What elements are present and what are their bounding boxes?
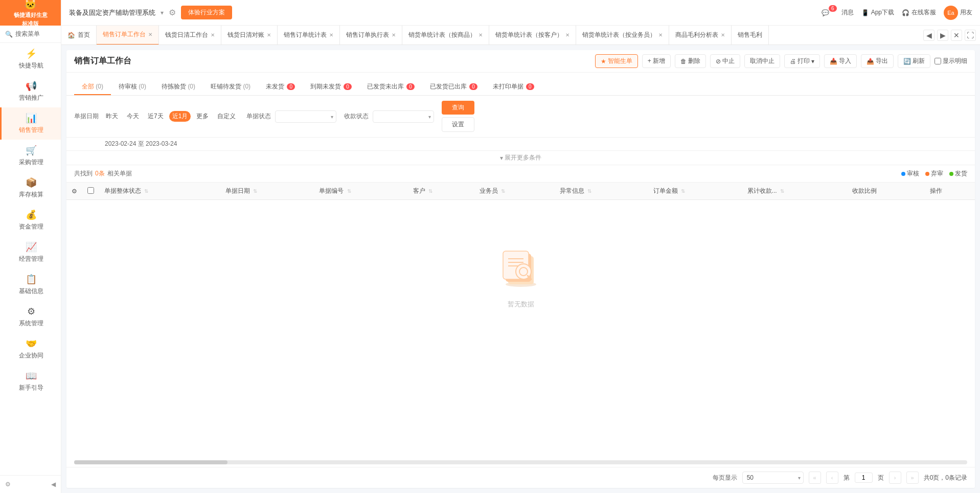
- sub-tab-pending-check[interactable]: 待拣验货 (0): [154, 79, 203, 95]
- sidebar-item-guide[interactable]: 📖 新手引导: [0, 365, 61, 397]
- th-status-sort[interactable]: ⇅: [144, 188, 148, 194]
- tab-sale-stats-staff[interactable]: 销货单统计表（按业务员） ✕: [576, 26, 669, 45]
- th-abnormal-sort[interactable]: ⇅: [587, 188, 591, 194]
- first-page-button[interactable]: «: [809, 472, 821, 484]
- sub-tab-wangpu[interactable]: 旺铺待发货 (0): [203, 79, 258, 95]
- expand-button[interactable]: ▾ 展开更多条件: [500, 153, 541, 162]
- last-page-button[interactable]: »: [906, 472, 919, 484]
- select-all-checkbox[interactable]: [87, 187, 94, 194]
- query-button[interactable]: 查询: [442, 101, 474, 115]
- tab-cash-daily[interactable]: 钱货日清工作台 ✕: [159, 26, 221, 45]
- industry-plan-button[interactable]: 体验行业方案: [181, 6, 232, 19]
- tab-close-all[interactable]: ✕: [951, 30, 962, 41]
- review-action[interactable]: 审核: [901, 169, 919, 178]
- sidebar-item-purchase[interactable]: 🛒 采购管理: [0, 140, 61, 172]
- unaudit-action[interactable]: 弃审: [925, 169, 943, 178]
- th-staff-sort[interactable]: ⇅: [501, 188, 505, 194]
- tab-sales-exec-close[interactable]: ✕: [392, 32, 396, 38]
- per-page-select[interactable]: 50 10 20 100: [742, 472, 804, 484]
- scrollbar-thumb[interactable]: [74, 460, 227, 464]
- smart-create-button[interactable]: ★ 智能生单: [595, 54, 638, 68]
- tab-sale-stats-customer-close[interactable]: ✕: [565, 32, 569, 38]
- sidebar-search[interactable]: 🔍 搜索菜单: [0, 26, 61, 43]
- sidebar-item-finance[interactable]: 💰 资金管理: [0, 204, 61, 236]
- sidebar-item-operation[interactable]: 📈 经营管理: [0, 236, 61, 268]
- sub-tab-shipped-stored[interactable]: 已发货已出库 0: [422, 79, 485, 95]
- sidebar-item-enterprise[interactable]: 🤝 企业协同: [0, 333, 61, 365]
- tab-sales-workbench[interactable]: 销售订单工作台 ✕: [97, 26, 159, 45]
- sub-tab-unprinted[interactable]: 未打印单据 0: [485, 79, 542, 95]
- tab-home[interactable]: 🏠 首页: [61, 26, 97, 45]
- refresh-button[interactable]: 🔄 刷新: [898, 54, 930, 68]
- ship-action[interactable]: 发货: [949, 169, 967, 178]
- tab-sales-profit[interactable]: 销售毛利: [732, 26, 769, 45]
- date-yesterday[interactable]: 昨天: [103, 111, 121, 122]
- sub-tab-all[interactable]: 全部 (0): [74, 79, 111, 95]
- status-select[interactable]: [275, 110, 336, 123]
- sub-tab-overdue-not-shipped[interactable]: 到期未发货 0: [303, 79, 359, 95]
- display-detail-toggle[interactable]: 显示明细: [935, 57, 967, 65]
- page-number-input[interactable]: [855, 473, 873, 483]
- header-dropdown-arrow[interactable]: ▾: [161, 9, 164, 16]
- cancel-pause-button[interactable]: 取消中止: [744, 54, 780, 68]
- date-today[interactable]: 今天: [124, 111, 142, 122]
- display-detail-checkbox[interactable]: [935, 58, 941, 64]
- tab-scroll-left[interactable]: ◀: [923, 30, 935, 41]
- sidebar-item-basic[interactable]: 📋 基础信息: [0, 268, 61, 301]
- app-download-item[interactable]: 📱 App下载: [861, 8, 894, 17]
- th-amount-sort[interactable]: ⇅: [681, 188, 685, 194]
- tab-gross-margin[interactable]: 商品毛利分析表 ✕: [669, 26, 732, 45]
- online-service-item[interactable]: 🎧 在线客服: [902, 8, 936, 17]
- import-button[interactable]: 📥 导入: [824, 54, 857, 68]
- sub-tab-pending-review[interactable]: 待审核 (0): [111, 79, 154, 95]
- date-1month[interactable]: 近1月: [169, 111, 191, 122]
- th-number-sort[interactable]: ⇅: [347, 188, 351, 194]
- date-7days[interactable]: 近7天: [145, 111, 167, 122]
- pause-button[interactable]: ⊘ 中止: [710, 54, 740, 68]
- tab-sale-stats-staff-close[interactable]: ✕: [658, 32, 663, 38]
- sidebar-item-marketing[interactable]: 📢 营销推广: [0, 75, 61, 107]
- tab-cash-daily-close[interactable]: ✕: [211, 32, 215, 38]
- th-checkbox[interactable]: [82, 183, 99, 200]
- sidebar-item-inventory[interactable]: 📦 库存核算: [0, 172, 61, 204]
- sidebar-footer[interactable]: ⚙ ◀: [0, 475, 61, 493]
- tab-scroll-right[interactable]: ▶: [937, 30, 948, 41]
- tab-sales-workbench-close[interactable]: ✕: [148, 32, 152, 37]
- tab-sales-stats-close[interactable]: ✕: [329, 32, 333, 38]
- export-button[interactable]: 📤 导出: [861, 54, 894, 68]
- sidebar-item-sales[interactable]: 📊 销售管理: [0, 107, 61, 140]
- th-cumulative-sort[interactable]: ⇅: [780, 188, 784, 194]
- tab-sale-stats-product[interactable]: 销货单统计表（按商品） ✕: [402, 26, 489, 45]
- tab-sales-stats[interactable]: 销售订单统计表 ✕: [278, 26, 340, 45]
- tab-maximize[interactable]: ⛶: [965, 30, 976, 41]
- sidebar-item-quick-nav[interactable]: ⚡ 快捷导航: [0, 43, 61, 75]
- th-customer-sort[interactable]: ⇅: [428, 188, 432, 194]
- receipt-select[interactable]: [373, 110, 434, 123]
- tab-sale-stats-customer[interactable]: 销货单统计表（按客户） ✕: [489, 26, 576, 45]
- date-more[interactable]: 更多: [193, 111, 212, 122]
- date-custom[interactable]: 自定义: [214, 111, 239, 122]
- th-settings[interactable]: ⚙: [66, 183, 82, 200]
- collapse-icon[interactable]: ◀: [51, 481, 56, 488]
- next-page-button[interactable]: ›: [889, 472, 901, 484]
- tab-sales-exec[interactable]: 销售订单执行表 ✕: [340, 26, 402, 45]
- th-date-sort[interactable]: ⇅: [253, 188, 257, 194]
- user-item[interactable]: Ea 用友: [944, 6, 972, 20]
- sub-tab-shipped-not-stored[interactable]: 已发货未出库 0: [359, 79, 422, 95]
- print-button[interactable]: 🖨 打印 ▾: [784, 54, 820, 68]
- header-gear-icon[interactable]: ⚙: [169, 8, 176, 17]
- prev-page-button[interactable]: ‹: [826, 472, 838, 484]
- tab-cash-reconcile-close[interactable]: ✕: [267, 32, 271, 38]
- settings-icon[interactable]: ⚙: [5, 481, 11, 488]
- sub-tab-not-shipped[interactable]: 未发货 0: [258, 79, 303, 95]
- setting-button[interactable]: 设置: [442, 117, 474, 132]
- table-scroll[interactable]: ⚙ 单据整体状态 ⇅ 单据日期 ⇅: [66, 183, 975, 458]
- add-button[interactable]: + 新增: [642, 54, 671, 68]
- sidebar-item-system[interactable]: ⚙ 系统管理: [0, 301, 61, 333]
- tab-sale-stats-product-close[interactable]: ✕: [478, 32, 483, 38]
- tab-gross-margin-close[interactable]: ✕: [721, 32, 725, 38]
- delete-button[interactable]: 🗑 删除: [675, 54, 706, 68]
- tab-cash-reconcile[interactable]: 钱货日清对账 ✕: [221, 26, 278, 45]
- message-item[interactable]: 💬 6 消息: [822, 8, 854, 17]
- scrollbar-track[interactable]: [66, 458, 975, 467]
